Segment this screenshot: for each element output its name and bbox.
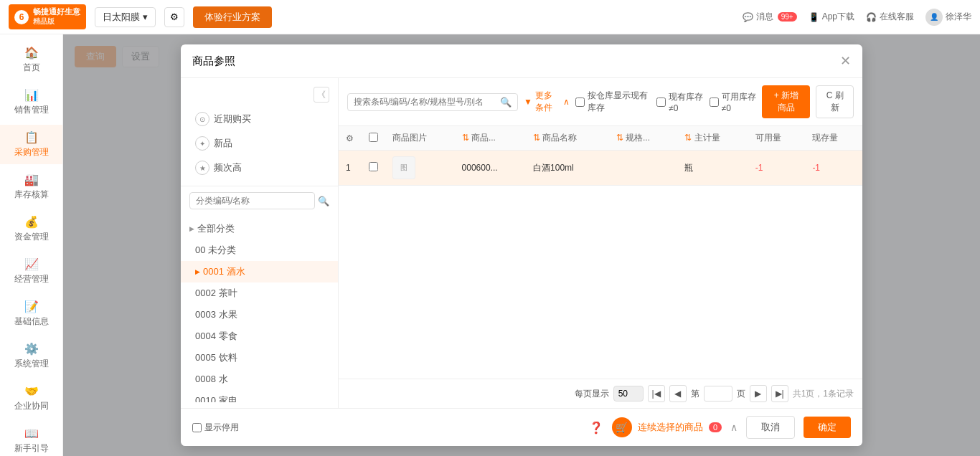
sidebar-label-enterprise: 企业协同 [14, 400, 49, 412]
cart-icon[interactable]: 🛒 [612, 417, 632, 437]
warehouse-stock-check[interactable] [575, 98, 585, 107]
table-row[interactable]: 1 图 [339, 151, 862, 186]
nav-right: 💬 消息 99+ 📱 App下载 🎧 在线客服 👤 徐泽华 [743, 9, 971, 26]
enterprise-icon: 🤝 [24, 384, 39, 398]
cat-item-water[interactable]: 0008 水 [181, 369, 338, 390]
show-disabled-label: 显示停用 [204, 422, 239, 434]
sidebar-label-operations: 经营管理 [14, 273, 49, 285]
sidebar-label-basic: 基础信息 [14, 315, 49, 328]
next-page-button[interactable]: ▶ [750, 385, 767, 402]
cat-item-all[interactable]: ▶ 全部分类 [181, 218, 338, 239]
quick-high-freq[interactable]: ★ 频次高 [189, 157, 329, 179]
first-page-button[interactable]: |◀ [648, 385, 665, 402]
category-search-input[interactable] [189, 192, 315, 209]
online-service-button[interactable]: 🎧 在线客服 [866, 11, 914, 23]
sidebar-item-sales[interactable]: 📊 销售管理 [0, 82, 62, 122]
cat-item-liquor[interactable]: ▶ 0001 酒水 [181, 261, 338, 282]
row-unit-cell: 瓶 [677, 151, 748, 186]
available-stock-check[interactable] [710, 98, 719, 107]
sidebar-item-basic[interactable]: 📝 基础信息 [0, 294, 62, 333]
page-number-input[interactable]: 1 [704, 386, 732, 402]
search-icon[interactable]: 🔍 [500, 97, 512, 108]
page-size-select[interactable]: 50 [613, 386, 644, 402]
col-name[interactable]: ⇅ 商品名称 [526, 126, 609, 151]
high-freq-icon: ★ [195, 161, 209, 175]
refresh-button[interactable]: C 刷新 [816, 85, 854, 118]
select-all-checkbox[interactable] [369, 133, 378, 142]
row-checkbox-cell[interactable] [362, 151, 385, 186]
user-menu[interactable]: 👤 徐泽华 [925, 9, 971, 26]
app-download-button[interactable]: 📱 App下载 [809, 11, 854, 23]
available-stock-checkbox[interactable]: 可用库存≠0 [710, 91, 757, 113]
cat-item-appliance[interactable]: 0010 家电 [181, 390, 338, 402]
system-icon: ⚙️ [24, 342, 39, 356]
settings-icon[interactable]: ⚙ [164, 7, 184, 27]
row-code-cell: 000600... [455, 151, 527, 186]
quick-new-products[interactable]: ✦ 新品 [189, 133, 329, 154]
headset-icon: 🎧 [866, 12, 877, 22]
confirm-button[interactable]: 确定 [804, 417, 851, 438]
show-disabled-check[interactable] [192, 423, 202, 432]
last-page-button[interactable]: ▶| [771, 385, 788, 402]
sidebar-item-finance[interactable]: 💰 资金管理 [0, 209, 62, 249]
cat-item-fruit[interactable]: 0003 水果 [181, 304, 338, 326]
message-button[interactable]: 💬 消息 99+ [743, 11, 797, 23]
sidebar-item-guide[interactable]: 📖 新手引导 [0, 421, 62, 456]
more-filter-button[interactable]: ▼ 更多条件 ∧ [524, 90, 570, 114]
sidebar-label-guide: 新手引导 [14, 442, 49, 455]
warehouse-stock-checkbox[interactable]: 按仓库显示现有库存 [575, 90, 651, 114]
col-settings[interactable]: ⚙ [339, 126, 362, 151]
filter-icon: ▼ [524, 97, 532, 107]
current-stock-check[interactable] [656, 98, 666, 107]
category-search-icon[interactable]: 🔍 [318, 196, 329, 206]
sidebar-item-system[interactable]: ⚙️ 系统管理 [0, 336, 62, 376]
cat-item-beverage[interactable]: 0005 饮料 [181, 347, 338, 369]
cat-arrow-all: ▶ [189, 225, 194, 232]
sidebar-item-operations[interactable]: 📈 经营管理 [0, 252, 62, 291]
product-search-input[interactable] [354, 97, 497, 107]
purchase-icon: 📋 [24, 130, 39, 144]
warehouse-stock-label: 按仓库显示现有库存 [588, 90, 651, 114]
avatar: 👤 [925, 9, 943, 26]
available-stock-label: 可用库存≠0 [722, 91, 757, 113]
row-stock-cell: -1 [805, 151, 862, 186]
col-unit[interactable]: ⇅ 主计量 [677, 126, 748, 151]
category-list: ▶ 全部分类 00 未分类 ▶ 0001 酒水 0002 茶 [181, 215, 338, 402]
show-disabled-checkbox[interactable]: 显示停用 [192, 422, 239, 434]
col-code[interactable]: ⇅ 商品... [455, 126, 527, 151]
cta-button[interactable]: 体验行业方案 [193, 6, 272, 28]
filter-chevron-icon: ∧ [563, 97, 570, 107]
collapse-cart-button[interactable]: ∧ [730, 422, 738, 433]
collapse-panel-button[interactable]: 《 [314, 87, 329, 103]
page-label: 第 [691, 388, 699, 400]
sidebar-item-home[interactable]: 🏠 首页 [0, 40, 62, 80]
sidebar-item-enterprise[interactable]: 🤝 企业协同 [0, 379, 62, 418]
nav-branch-dropdown[interactable]: 日太阳膜 ▾ [95, 7, 156, 27]
cat-item-snack[interactable]: 0004 零食 [181, 326, 338, 347]
col-checkbox [362, 126, 385, 151]
help-icon[interactable]: ❓ [589, 421, 603, 434]
quick-recent-buy[interactable]: ⊙ 近期购买 [189, 108, 329, 130]
home-icon: 🏠 [24, 46, 39, 60]
table-settings-icon[interactable]: ⚙ [346, 133, 354, 143]
current-stock-checkbox[interactable]: 现有库存≠0 [656, 91, 704, 113]
cart-info: 🛒 连续选择的商品 0 [612, 417, 722, 437]
row-checkbox[interactable] [369, 162, 378, 171]
prev-page-button[interactable]: ◀ [669, 385, 687, 402]
sidebar-item-purchase[interactable]: 📋 采购管理 [0, 125, 62, 164]
phone-icon: 📱 [809, 12, 819, 22]
col-spec[interactable]: ⇅ 规格... [609, 126, 678, 151]
add-product-button[interactable]: + 新增商品 [762, 85, 810, 118]
top-nav: 6 畅捷通好生意 精品版 日太阳膜 ▾ ⚙ 体验行业方案 💬 消息 99+ 📱 … [0, 0, 980, 34]
sidebar-item-inventory[interactable]: 🏭 库存核算 [0, 167, 62, 206]
message-badge: 99+ [778, 12, 797, 22]
cat-item-tea[interactable]: 0002 茶叶 [181, 282, 338, 304]
modal-close-button[interactable]: ✕ [840, 53, 851, 69]
cat-item-uncategorized[interactable]: 00 未分类 [181, 239, 338, 261]
inventory-icon: 🏭 [24, 173, 39, 186]
main-layout: 🏠 首页 📊 销售管理 📋 采购管理 🏭 库存核算 💰 资金管理 📈 经营管理 … [0, 34, 980, 456]
cancel-button[interactable]: 取消 [746, 416, 795, 439]
sidebar-label-home: 首页 [23, 62, 40, 74]
main-content: 查询 设置 商品参照 ✕ [63, 34, 980, 456]
modal-title: 商品参照 [192, 54, 235, 68]
